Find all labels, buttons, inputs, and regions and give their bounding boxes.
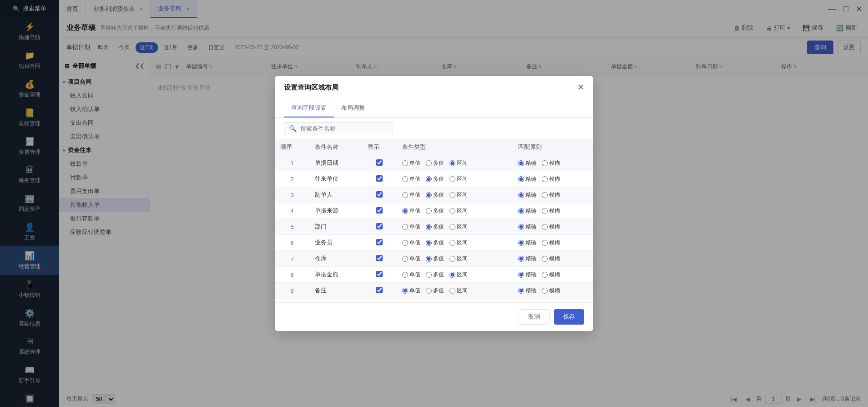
- match-radio-0-6[interactable]: [518, 256, 524, 262]
- match-opt-精确-7[interactable]: 精确: [518, 271, 536, 279]
- match-radio-1-3[interactable]: [542, 208, 548, 214]
- condition-opt-区间-7[interactable]: 区间: [449, 271, 468, 279]
- condition-opt-单值-1[interactable]: 单值: [402, 175, 420, 183]
- condition-radio-2-6[interactable]: [449, 256, 455, 262]
- condition-radio-2-1[interactable]: [449, 176, 455, 182]
- match-radio-0-5[interactable]: [518, 240, 524, 246]
- match-opt-模糊-7[interactable]: 模糊: [542, 271, 560, 279]
- condition-opt-单值-3[interactable]: 单值: [402, 207, 420, 215]
- condition-radio-2-5[interactable]: [449, 240, 455, 246]
- match-opt-精确-3[interactable]: 精确: [518, 207, 536, 215]
- condition-radio-0-5[interactable]: [402, 240, 408, 246]
- match-radio-1-1[interactable]: [542, 176, 548, 182]
- show-checkbox-8[interactable]: [376, 287, 383, 293]
- match-radio-1-8[interactable]: [542, 288, 548, 294]
- match-opt-精确-5[interactable]: 精确: [518, 239, 536, 247]
- match-radio-1-7[interactable]: [542, 272, 548, 278]
- match-radio-0-1[interactable]: [518, 176, 524, 182]
- condition-opt-多值-2[interactable]: 多值: [426, 191, 444, 199]
- condition-radio-1-2[interactable]: [426, 192, 432, 198]
- match-opt-精确-1[interactable]: 精确: [518, 175, 536, 183]
- condition-radio-0-0[interactable]: [402, 160, 408, 166]
- condition-radio-0-1[interactable]: [402, 176, 408, 182]
- match-opt-精确-8[interactable]: 精确: [518, 287, 536, 295]
- condition-opt-区间-0[interactable]: 区间: [449, 159, 468, 167]
- condition-opt-区间-4[interactable]: 区间: [449, 223, 468, 231]
- condition-opt-多值-3[interactable]: 多值: [426, 207, 444, 215]
- condition-radio-2-4[interactable]: [449, 224, 455, 230]
- condition-radio-0-6[interactable]: [402, 256, 408, 262]
- condition-opt-多值-4[interactable]: 多值: [426, 223, 444, 231]
- match-opt-精确-0[interactable]: 精确: [518, 159, 536, 167]
- save-button[interactable]: 保存: [554, 309, 584, 325]
- show-checkbox-0[interactable]: [376, 159, 383, 166]
- condition-radio-1-7[interactable]: [426, 272, 432, 278]
- cancel-button[interactable]: 取消: [519, 309, 550, 325]
- show-checkbox-4[interactable]: [376, 223, 383, 229]
- match-radio-1-4[interactable]: [542, 224, 548, 230]
- show-checkbox-7[interactable]: [376, 271, 383, 277]
- condition-opt-多值-1[interactable]: 多值: [426, 175, 444, 183]
- condition-radio-1-4[interactable]: [426, 224, 432, 230]
- condition-radio-0-7[interactable]: [402, 272, 408, 278]
- match-radio-1-0[interactable]: [542, 160, 548, 166]
- condition-radio-1-3[interactable]: [426, 208, 432, 214]
- condition-radio-0-2[interactable]: [402, 192, 408, 198]
- match-radio-0-3[interactable]: [518, 208, 524, 214]
- condition-opt-多值-7[interactable]: 多值: [426, 271, 444, 279]
- condition-opt-单值-6[interactable]: 单值: [402, 255, 420, 263]
- condition-opt-区间-1[interactable]: 区间: [449, 175, 468, 183]
- dialog-close-button[interactable]: ✕: [577, 82, 584, 92]
- match-opt-模糊-8[interactable]: 模糊: [542, 287, 560, 295]
- condition-opt-多值-5[interactable]: 多值: [426, 239, 444, 247]
- condition-opt-多值-0[interactable]: 多值: [426, 159, 444, 167]
- condition-radio-2-0[interactable]: [449, 160, 455, 166]
- match-opt-模糊-6[interactable]: 模糊: [542, 255, 560, 263]
- show-checkbox-5[interactable]: [376, 239, 383, 245]
- condition-radio-2-3[interactable]: [449, 208, 455, 214]
- condition-opt-区间-8[interactable]: 区间: [449, 287, 468, 295]
- search-input[interactable]: [300, 125, 388, 132]
- match-radio-1-5[interactable]: [542, 240, 548, 246]
- condition-radio-1-5[interactable]: [426, 240, 432, 246]
- condition-radio-0-8[interactable]: [402, 288, 408, 294]
- condition-radio-2-8[interactable]: [449, 288, 455, 294]
- match-opt-精确-4[interactable]: 精确: [518, 223, 536, 231]
- show-checkbox-3[interactable]: [376, 207, 383, 214]
- match-radio-0-8[interactable]: [518, 288, 524, 294]
- condition-opt-单值-5[interactable]: 单值: [402, 239, 420, 247]
- condition-radio-1-0[interactable]: [426, 160, 432, 166]
- condition-radio-1-6[interactable]: [426, 256, 432, 262]
- condition-opt-区间-2[interactable]: 区间: [449, 191, 468, 199]
- condition-opt-单值-8[interactable]: 单值: [402, 287, 420, 295]
- match-opt-模糊-1[interactable]: 模糊: [542, 175, 560, 183]
- condition-radio-2-7[interactable]: [449, 272, 455, 278]
- condition-opt-区间-6[interactable]: 区间: [449, 255, 468, 263]
- match-radio-0-4[interactable]: [518, 224, 524, 230]
- match-radio-1-2[interactable]: [542, 192, 548, 198]
- match-radio-1-6[interactable]: [542, 256, 548, 262]
- show-checkbox-6[interactable]: [376, 255, 383, 261]
- match-opt-模糊-2[interactable]: 模糊: [542, 191, 560, 199]
- condition-radio-0-3[interactable]: [402, 208, 408, 214]
- condition-opt-区间-5[interactable]: 区间: [449, 239, 468, 247]
- match-radio-0-0[interactable]: [518, 160, 524, 166]
- show-checkbox-2[interactable]: [376, 191, 383, 198]
- condition-radio-1-8[interactable]: [426, 288, 432, 294]
- match-opt-模糊-3[interactable]: 模糊: [542, 207, 560, 215]
- condition-opt-区间-3[interactable]: 区间: [449, 207, 468, 215]
- show-checkbox-1[interactable]: [376, 175, 383, 182]
- condition-opt-单值-7[interactable]: 单值: [402, 271, 420, 279]
- match-opt-模糊-0[interactable]: 模糊: [542, 159, 560, 167]
- condition-opt-单值-2[interactable]: 单值: [402, 191, 420, 199]
- condition-radio-0-4[interactable]: [402, 224, 408, 230]
- condition-opt-单值-0[interactable]: 单值: [402, 159, 420, 167]
- condition-opt-多值-8[interactable]: 多值: [426, 287, 444, 295]
- condition-opt-多值-6[interactable]: 多值: [426, 255, 444, 263]
- condition-radio-1-1[interactable]: [426, 176, 432, 182]
- match-radio-0-2[interactable]: [518, 192, 524, 198]
- dialog-tab-field_settings[interactable]: 查询字段设置: [284, 99, 334, 117]
- match-opt-模糊-5[interactable]: 模糊: [542, 239, 560, 247]
- condition-opt-单值-4[interactable]: 单值: [402, 223, 420, 231]
- match-opt-模糊-4[interactable]: 模糊: [542, 223, 560, 231]
